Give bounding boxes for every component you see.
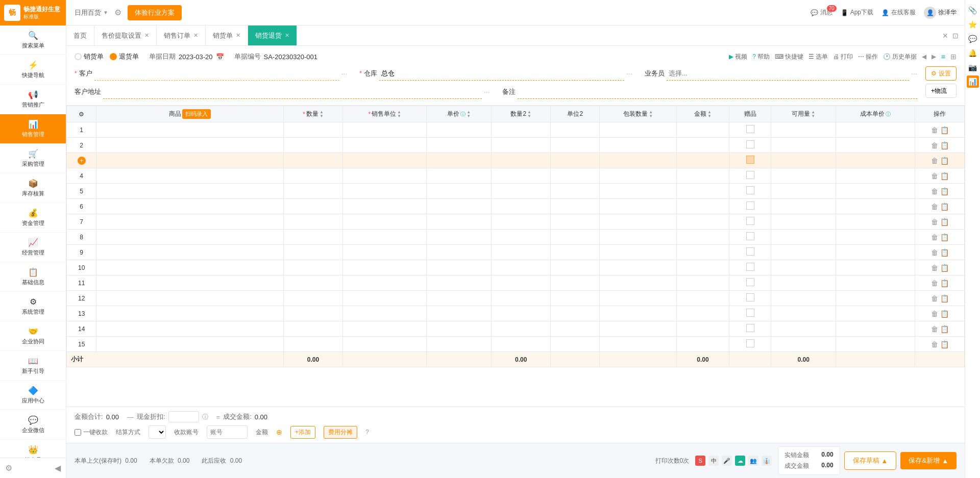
copy-icon[interactable]: 📋 <box>940 310 949 318</box>
gift-checkbox[interactable] <box>746 140 754 148</box>
sidebar-item-apps[interactable]: 🔷 应用中心 <box>0 381 66 410</box>
gift-checkbox[interactable] <box>746 278 754 286</box>
gift-checkbox-active[interactable] <box>746 156 754 164</box>
gift-checkbox[interactable] <box>746 217 754 225</box>
copy-row-icon[interactable]: 📋 <box>940 126 949 134</box>
expense-split-button[interactable]: 费用分摊 <box>324 426 357 439</box>
right-tool-clip[interactable]: 📎 <box>967 4 979 16</box>
add-button[interactable]: +添加 <box>290 426 315 439</box>
prev-record-btn[interactable]: ◀ <box>922 53 926 60</box>
delete-row-icon[interactable]: 🗑 <box>931 141 938 149</box>
unit2-cell[interactable] <box>551 138 600 153</box>
delete-icon[interactable]: 🗑 <box>931 294 938 303</box>
unit-cell-active[interactable] <box>343 153 427 168</box>
gift-checkbox[interactable] <box>746 293 754 301</box>
copy-active-icon[interactable]: 📋 <box>940 157 949 165</box>
address-dots[interactable]: ··· <box>484 88 490 96</box>
list-view-btn[interactable]: ≡ <box>941 53 945 61</box>
unit2-cell[interactable] <box>551 122 600 138</box>
delete-icon[interactable]: 🗑 <box>931 187 938 195</box>
save-new-button[interactable]: 保存&新增 ▲ <box>900 452 957 469</box>
warehouse-dots[interactable]: ··· <box>626 69 632 78</box>
th-gear[interactable]: ⚙ <box>67 106 96 122</box>
warehouse-input[interactable] <box>379 66 624 81</box>
amount-cell-active[interactable] <box>677 153 729 168</box>
shortcut-key-btn[interactable]: ⌨ 快捷键 <box>775 53 803 61</box>
one-key-pay-checkbox[interactable]: 一键收款 <box>75 428 108 437</box>
user-menu[interactable]: 👤 徐泽华 <box>924 7 957 19</box>
unit-cell[interactable] <box>343 138 427 153</box>
delete-row-icon[interactable]: 🗑 <box>931 126 938 134</box>
amount-cell[interactable] <box>677 122 729 138</box>
remark-input[interactable] <box>518 85 918 99</box>
close-window-btn[interactable]: ✕ <box>942 32 948 40</box>
price-cell[interactable] <box>427 138 492 153</box>
sidebar-item-system[interactable]: ⚙ 系统管理 <box>0 292 66 321</box>
qty-cell[interactable] <box>284 138 343 153</box>
address-input[interactable] <box>103 85 482 99</box>
im-shirt-icon[interactable]: 👔 <box>762 456 772 466</box>
online-service-button[interactable]: 👤 在线客服 <box>881 8 916 17</box>
tab-sale-price-close[interactable]: ✕ <box>144 32 149 39</box>
pack-qty-cell[interactable] <box>600 138 677 153</box>
product-cell[interactable] <box>96 122 284 138</box>
trial-plan-button[interactable]: 体验行业方案 <box>128 5 182 20</box>
amount-cell[interactable] <box>677 138 729 153</box>
save-draft-button[interactable]: 保存草稿 ▲ <box>844 451 897 470</box>
copy-icon[interactable]: 📋 <box>940 203 949 211</box>
topbar-gear-icon[interactable]: ⚙ <box>114 8 121 17</box>
one-key-pay-check[interactable] <box>75 429 81 436</box>
sidebar-item-basic[interactable]: 📋 基础信息 <box>0 262 66 292</box>
sidebar-item-wechat[interactable]: 💬 企业微信 <box>0 410 66 440</box>
salesperson-input[interactable] <box>667 66 910 81</box>
cash-discount-input[interactable] <box>168 411 199 422</box>
delete-icon[interactable]: 🗑 <box>931 248 938 257</box>
gift-checkbox[interactable] <box>746 263 754 271</box>
pack-qty-cell[interactable] <box>600 122 677 138</box>
right-tool-star[interactable]: ⭐ <box>967 18 979 31</box>
delete-icon[interactable]: 🗑 <box>931 325 938 333</box>
qty2-cell[interactable] <box>492 122 551 138</box>
copy-icon[interactable]: 📋 <box>940 264 949 272</box>
price-cell-active[interactable] <box>427 153 492 168</box>
next-record-btn[interactable]: ▶ <box>932 53 936 60</box>
video-btn[interactable]: ▶ 视频 <box>729 53 747 61</box>
salesperson-dots[interactable]: ··· <box>911 69 917 78</box>
maximize-btn[interactable]: ⊡ <box>952 32 959 40</box>
gift-checkbox[interactable] <box>746 171 754 179</box>
gift-checkbox[interactable] <box>746 125 754 133</box>
sidebar-item-marketing[interactable]: 📢 营销推广 <box>0 85 66 114</box>
pack-qty-active[interactable] <box>600 153 677 168</box>
copy-icon[interactable]: 📋 <box>940 294 949 303</box>
gift-checkbox[interactable] <box>746 309 754 317</box>
delete-icon[interactable]: 🗑 <box>931 279 938 287</box>
help-btn[interactable]: ? 帮助 <box>752 53 770 61</box>
settings-button[interactable]: ⚙ 设置 <box>925 66 957 81</box>
gift-checkbox[interactable] <box>746 247 754 256</box>
message-button[interactable]: 💬 消息 70 <box>811 8 832 17</box>
operation-btn[interactable]: ⋯ 操作 <box>858 53 878 61</box>
delete-icon[interactable]: 🗑 <box>931 340 938 348</box>
tab-sale-goods[interactable]: 销货单 ✕ <box>206 26 248 45</box>
delete-icon[interactable]: 🗑 <box>931 233 938 241</box>
copy-icon[interactable]: 📋 <box>940 218 949 226</box>
copy-icon[interactable]: 📋 <box>940 279 949 287</box>
qty2-cell[interactable] <box>492 138 551 153</box>
gift-checkbox[interactable] <box>746 202 754 210</box>
gift-cell[interactable] <box>729 122 771 138</box>
sidebar-item-enterprise[interactable]: 🤝 企业协同 <box>0 321 66 351</box>
delete-icon[interactable]: 🗑 <box>931 203 938 211</box>
gift-checkbox[interactable] <box>746 339 754 347</box>
delete-icon[interactable]: 🗑 <box>931 264 938 272</box>
right-tool-camera[interactable]: 📷 <box>967 61 979 73</box>
customer-input[interactable] <box>94 66 339 81</box>
product-input-active[interactable] <box>100 157 280 164</box>
right-tool-active[interactable]: 📊 <box>967 76 979 88</box>
im-s-icon[interactable]: S <box>695 456 705 466</box>
tab-sale-price[interactable]: 售价提取设置 ✕ <box>94 26 157 45</box>
gift-checkbox[interactable] <box>746 324 754 332</box>
copy-row-icon[interactable]: 📋 <box>940 141 949 149</box>
history-btn[interactable]: 🕐 历史单据 <box>883 53 917 61</box>
customer-dots[interactable]: ··· <box>341 69 348 78</box>
print-btn[interactable]: 🖨 打印 <box>833 53 853 61</box>
